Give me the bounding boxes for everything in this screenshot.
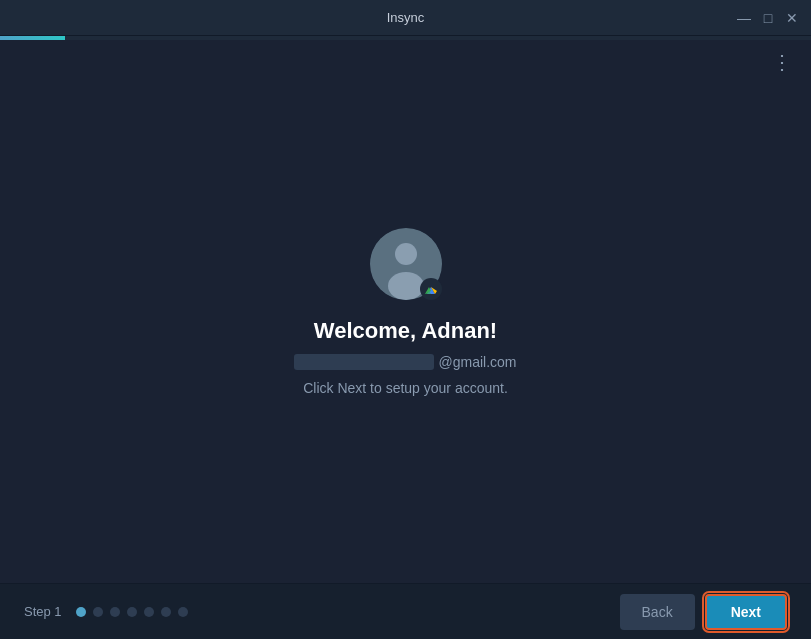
email-row: @gmail.com xyxy=(294,354,516,370)
step-dots xyxy=(76,607,188,617)
step-label: Step 1 xyxy=(24,604,62,619)
avatar-container xyxy=(370,228,442,300)
step-dot-1 xyxy=(76,607,86,617)
step-indicator: Step 1 xyxy=(24,604,188,619)
title-bar: Insync — □ ✕ xyxy=(0,0,811,36)
step-dot-3 xyxy=(110,607,120,617)
close-button[interactable]: ✕ xyxy=(785,11,799,25)
minimize-button[interactable]: — xyxy=(737,11,751,25)
welcome-title: Welcome, Adnan! xyxy=(314,318,497,344)
step-dot-5 xyxy=(144,607,154,617)
bottom-bar: Step 1 Back Next xyxy=(0,583,811,639)
step-dot-2 xyxy=(93,607,103,617)
step-dot-4 xyxy=(127,607,137,617)
maximize-button[interactable]: □ xyxy=(761,11,775,25)
step-dot-7 xyxy=(178,607,188,617)
email-domain: @gmail.com xyxy=(438,354,516,370)
window-controls: — □ ✕ xyxy=(737,11,799,25)
window-title: Insync xyxy=(387,10,425,25)
gdrive-badge xyxy=(420,278,442,300)
step-dot-6 xyxy=(161,607,171,617)
setup-instruction: Click Next to setup your account. xyxy=(303,380,508,396)
svg-point-1 xyxy=(395,243,417,265)
main-content: Welcome, Adnan! @gmail.com Click Next to… xyxy=(0,40,811,583)
back-button[interactable]: Back xyxy=(620,594,695,630)
bottom-buttons: Back Next xyxy=(620,594,787,630)
email-redacted xyxy=(294,354,434,370)
svg-point-2 xyxy=(388,272,424,300)
next-button[interactable]: Next xyxy=(705,594,787,630)
